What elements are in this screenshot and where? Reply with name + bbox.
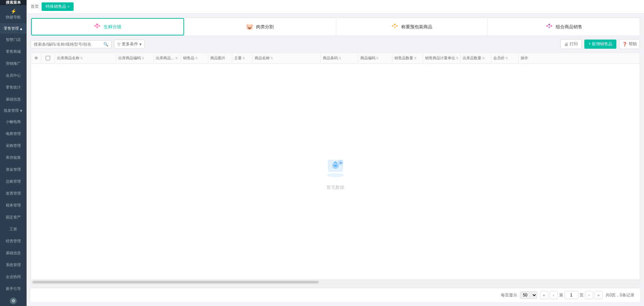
content-area: 生鲜分级 🐷 肉类分割 称重预包装商品 [27,14,644,306]
scroll-thumb[interactable] [32,281,319,284]
sidebar-item-general-ledger[interactable]: 总账管理 [0,175,27,187]
sort-icon-sales-qty[interactable]: ⇅ [414,56,417,60]
th-weight: 主量 ⇅ [232,53,253,63]
sidebar-item-wholesale[interactable]: 批发管理 ▼ [0,105,27,116]
sort-icon-name[interactable]: ⇅ [270,56,273,60]
fresh-icon [93,23,101,31]
svg-point-12 [327,173,344,177]
sidebar-item-inventory[interactable]: 库存核算 [0,152,27,164]
data-table: ⚙ 出库商品名称 ⇅ 出库商品编码 ⇅ 出库商品… ⇅ 销售品 [31,52,640,285]
sort-icon-out-name[interactable]: ⇅ [80,56,83,60]
breadcrumb-home[interactable]: 首页 [31,4,39,10]
sidebar: 搜索菜单 ⚡ 快捷导航 零售管理 ▲ 智慧门店 零售商城 营销推广 会员中心 零… [0,0,27,306]
search-box: 🔍 [31,40,111,48]
main-area: 首页 特殊销售品 × 生鲜分级 🐷 肉 [27,0,644,306]
sidebar-item-tax[interactable]: 税务管理 [0,199,27,211]
page-number-input[interactable] [565,291,578,299]
sidebar-item-member[interactable]: 会员中心 [0,70,27,81]
svg-point-6 [396,25,398,27]
table-header: ⚙ 出库商品名称 ⇅ 出库商品编码 ⇅ 出库商品… ⇅ 销售品 [31,53,640,64]
table-body: ✉ 暂无数据 [31,64,640,279]
sidebar-item-marketing[interactable]: 营销推广 [0,58,27,70]
prev-page-button[interactable]: ‹ [550,291,558,299]
filter-button[interactable]: ▽ 更多条件 ▾ [114,40,145,49]
sidebar-item-purchase[interactable]: 采购管理 [0,140,27,152]
th-member-price: 会员价 ⇅ [491,53,519,63]
sidebar-item-mini-prog[interactable]: 小畅电商 [0,116,27,128]
th-item-code: 商品编码 ⇅ [358,53,392,63]
toolbar: 🔍 ▽ 更多条件 ▾ 🖨 打印 + 新增销售品 ❓ 帮助 [31,39,640,49]
print-button[interactable]: 🖨 打印 [560,39,582,49]
th-img: 商品图片 [208,53,232,63]
th-sales-qty: 销售品数量 ⇅ [392,53,423,63]
pagination-bar: 每页显示 10 20 50 100 « ‹ 第 页 › » 共0页，0条记录 [31,288,640,302]
sidebar-item-operations[interactable]: 经营管理 [0,235,27,247]
sidebar-item-new-guide[interactable]: 新手引导 [0,283,27,295]
cat-tab-fresh[interactable]: 生鲜分级 [31,18,184,35]
search-icon[interactable]: 🔍 [103,42,108,47]
sort-icon-out-sku[interactable]: ⇅ [175,56,178,60]
combo-icon [545,23,553,31]
active-tab-label: 特殊销售品 [46,4,66,10]
sort-icon-sales[interactable]: ⇅ [195,56,198,60]
th-barcode: 商品条码 ⇅ [321,53,358,63]
cat-tab-meat[interactable]: 🐷 肉类分割 [184,18,336,35]
settings-icon[interactable]: ⚙ [10,297,17,304]
sidebar-item-ecommerce[interactable]: 电商管理 [0,128,27,140]
empty-illustration: ✉ [322,153,349,180]
sidebar-logo: 搜索菜单 [0,0,27,5]
active-tab[interactable]: 特殊销售品 × [42,2,74,11]
search-input[interactable] [34,42,102,47]
th-out-qty: 出库品数量 ⇅ [461,53,491,63]
th-out-name: 出库商品名称 ⇅ [55,53,116,63]
cat-tab-weighing[interactable]: 称重预包装商品 [336,18,488,35]
sort-icon-out-code[interactable]: ⇅ [141,56,144,60]
add-button[interactable]: + 新增销售品 [584,40,616,49]
sort-icon-out-qty[interactable]: ⇅ [482,56,485,60]
horizontal-scrollbar[interactable] [31,279,640,284]
sidebar-item-basic-info[interactable]: 基础信息 [0,93,27,105]
sidebar-item-retail[interactable]: 零售管理 ▲ [0,23,27,34]
sidebar-item-enterprise[interactable]: 企业协同 [0,271,27,283]
sort-icon-weight[interactable]: ⇅ [242,56,245,60]
help-button[interactable]: ❓ 帮助 [619,39,640,49]
sort-icon-barcode[interactable]: ⇅ [339,56,341,60]
svg-point-3 [96,26,98,28]
svg-point-5 [394,24,396,26]
sidebar-item-invoice[interactable]: 发票管理 [0,187,27,199]
first-page-button[interactable]: « [540,291,548,299]
sidebar-item-wages[interactable]: 工资 [0,223,27,235]
next-page-button[interactable]: › [585,291,593,299]
th-name: 商品名称 ⇅ [253,53,321,63]
sidebar-item-retail-mall[interactable]: 零售商城 [0,46,27,58]
sort-icon-unit[interactable]: ⇅ [456,56,459,60]
print-icon: 🖨 [564,42,568,47]
sidebar-item-quick-nav[interactable]: ⚡ 快捷导航 [0,5,27,23]
sidebar-item-smart-store[interactable]: 智慧门店 [0,34,27,46]
svg-point-7 [394,27,396,28]
svg-point-1 [96,24,98,26]
svg-point-0 [94,25,96,27]
total-info: 共0页，0条记录 [605,292,634,298]
sidebar-item-retail-stats[interactable]: 零售统计 [0,81,27,93]
sidebar-item-system[interactable]: 系统管理 [0,259,27,271]
last-page-button[interactable]: » [595,291,603,299]
th-sales-unit: 销售商品计量单位 ⇅ [423,53,461,63]
cat-tab-combo[interactable]: 组合商品销售 [488,18,640,35]
per-page-select[interactable]: 10 20 50 100 [520,291,537,299]
tab-close-icon[interactable]: × [68,5,70,9]
sidebar-item-fixed-assets[interactable]: 固定资产 [0,211,27,223]
svg-point-11 [548,27,550,28]
page-label: 第 [559,292,563,298]
pagination: « ‹ 第 页 › » [540,291,603,299]
help-icon: ❓ [622,42,627,47]
th-checkbox[interactable] [41,53,55,63]
th-settings[interactable]: ⚙ [31,53,41,63]
sort-icon-item-code[interactable]: ⇅ [376,56,379,60]
sort-icon-price[interactable]: ⇅ [505,56,508,60]
wholesale-arrow-icon: ▼ [19,109,23,113]
select-all-checkbox[interactable] [46,56,50,60]
sidebar-item-basic-info2[interactable]: 基础信息 [0,247,27,259]
weighing-icon [391,23,399,31]
sidebar-item-finance[interactable]: 资金管理 [0,164,27,175]
